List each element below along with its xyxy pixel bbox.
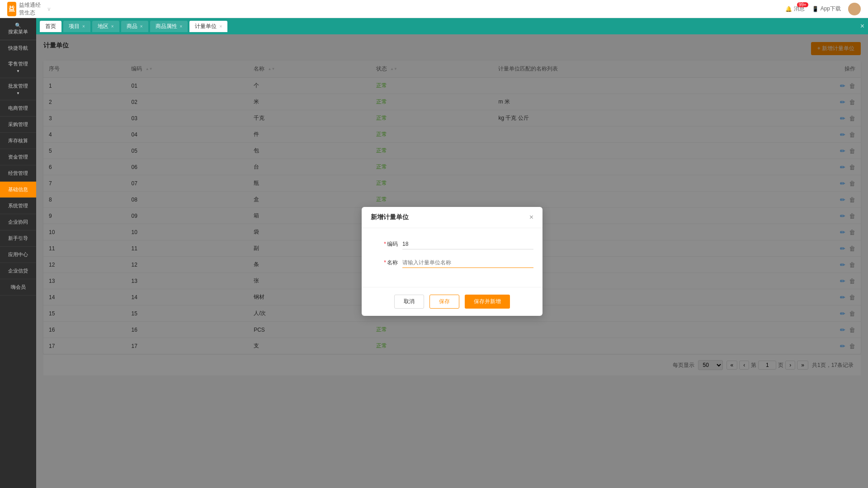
tab-close-icon[interactable]: × [180, 24, 183, 29]
modal-header: 新增计量单位 × [362, 207, 542, 228]
chevron-down-icon: ▼ [16, 69, 20, 73]
top-bar-right: 🔔 消息 99+ 📱 App下载 [785, 3, 861, 15]
main-layout: 🔍 搜索菜单 快捷导航 零售管理 ▼ 批发管理 ▼ 电商管理 采购管理 库存核算 [0, 18, 868, 488]
sidebar-item-label: 企业协同 [8, 219, 28, 225]
sidebar-item-system[interactable]: 系统管理 [0, 198, 36, 214]
tab-label: 项目 [69, 23, 80, 30]
tab-home[interactable]: 首页 [40, 21, 61, 32]
sidebar-item-label: 批发管理 [8, 83, 28, 89]
sidebar-item-retail[interactable]: 零售管理 ▼ [0, 56, 36, 78]
tab-region[interactable]: 地区 × [92, 21, 119, 32]
tab-label: 商品 [127, 23, 137, 30]
search-icon: 🔍 [4, 23, 33, 28]
sidebar-item-label: 零售管理 [8, 61, 28, 67]
tab-close-icon[interactable]: × [140, 24, 143, 29]
content-area: 首页 项目 × 地区 × 商品 × 商品属性 × [36, 18, 868, 488]
tab-bar: 首页 项目 × 地区 × 商品 × 商品属性 × [36, 18, 868, 34]
modal-overlay: 新增计量单位 × 编码 名称 [36, 34, 868, 488]
app-download-label: App下载 [821, 5, 841, 13]
tab-label: 首页 [45, 23, 56, 30]
sidebar-item-label: 应用中心 [8, 251, 28, 258]
sidebar-item-label: 基础信息 [8, 186, 28, 193]
form-item-code: 编码 [371, 239, 533, 249]
app-wrapper: 益 益维通经营生态 ∨ 🔔 消息 99+ 📱 App下载 🔍 搜索菜单 [0, 0, 868, 488]
modal-close-button[interactable]: × [529, 214, 533, 221]
sidebar-item-company-credit[interactable]: 企业信贷 [0, 263, 36, 279]
sidebar-item-label: 新手引导 [8, 235, 28, 242]
sidebar-item-inventory[interactable]: 库存核算 [0, 133, 36, 149]
sidebar-search[interactable]: 🔍 搜索菜单 [0, 18, 36, 40]
tab-label: 商品属性 [156, 23, 177, 30]
chevron-down-icon: ▼ [16, 91, 20, 95]
tab-label: 计量单位 [195, 23, 217, 30]
sidebar-item-label: 资金管理 [8, 154, 28, 160]
logo-area: 益 益维通经营生态 [7, 1, 43, 17]
code-input[interactable] [402, 239, 533, 249]
save-and-new-button[interactable]: 保存并新增 [465, 295, 510, 309]
save-button[interactable]: 保存 [429, 295, 459, 309]
sidebar-item-basic-info[interactable]: 基础信息 [0, 182, 36, 198]
add-unit-modal: 新增计量单位 × 编码 名称 [362, 207, 542, 316]
sidebar-item-purchase[interactable]: 采购管理 [0, 117, 36, 133]
sidebar-item-label: 电商管理 [8, 105, 28, 112]
avatar[interactable] [848, 3, 861, 15]
sidebar-item-partner[interactable]: 企业协同 [0, 214, 36, 230]
sidebar-item-ecommerce[interactable]: 电商管理 [0, 100, 36, 117]
sidebar-item-label: 经营管理 [8, 170, 28, 177]
sidebar-item-new-guide[interactable]: 新手引导 [0, 230, 36, 247]
app-download-button[interactable]: 📱 App下载 [812, 5, 841, 13]
sidebar-quick-nav[interactable]: 快捷导航 [0, 40, 36, 56]
name-input[interactable] [402, 258, 533, 268]
top-bar: 益 益维通经营生态 ∨ 🔔 消息 99+ 📱 App下载 [0, 0, 868, 18]
sidebar: 🔍 搜索菜单 快捷导航 零售管理 ▼ 批发管理 ▼ 电商管理 采购管理 库存核算 [0, 18, 36, 488]
sidebar-item-finance[interactable]: 资金管理 [0, 149, 36, 165]
search-label: 搜索菜单 [4, 28, 33, 35]
sidebar-item-label: 采购管理 [8, 121, 28, 128]
tab-close-icon[interactable]: × [111, 24, 114, 29]
sidebar-item-label: 系统管理 [8, 202, 28, 209]
bell-icon: 🔔 [785, 6, 792, 12]
tab-label: 地区 [98, 23, 108, 30]
sidebar-item-membership[interactable]: 嗨会员 [0, 279, 36, 296]
close-all-tabs-button[interactable]: × [860, 22, 864, 30]
tab-close-icon[interactable]: × [82, 24, 85, 29]
sidebar-item-label: 嗨会员 [11, 284, 26, 291]
logo-text: 益维通经营生态 [19, 1, 43, 17]
modal-footer: 取消 保存 保存并新增 [362, 287, 542, 316]
name-label: 名称 [371, 259, 398, 267]
sidebar-item-label: 库存核算 [8, 137, 28, 144]
breadcrumb-separator: ∨ [47, 6, 51, 12]
tab-project[interactable]: 项目 × [63, 21, 90, 32]
sidebar-item-wholesale[interactable]: 批发管理 ▼ [0, 78, 36, 100]
code-label: 编码 [371, 240, 398, 248]
tab-unit[interactable]: 计量单位 × [189, 21, 227, 32]
sidebar-item-app-center[interactable]: 应用中心 [0, 247, 36, 263]
modal-body: 编码 名称 [362, 228, 542, 287]
tab-goods-attr[interactable]: 商品属性 × [150, 21, 188, 32]
logo-icon: 益 [7, 2, 16, 16]
top-bar-left: 益 益维通经营生态 ∨ [7, 1, 51, 17]
notice-badge: 99+ [797, 2, 808, 7]
phone-icon: 📱 [812, 6, 819, 12]
sidebar-item-label: 企业信贷 [8, 267, 28, 274]
tab-close-icon[interactable]: × [219, 24, 222, 29]
cancel-button[interactable]: 取消 [394, 295, 424, 309]
modal-title: 新增计量单位 [371, 213, 409, 221]
sidebar-item-operation[interactable]: 经营管理 [0, 165, 36, 182]
notice-button[interactable]: 🔔 消息 99+ [785, 5, 805, 13]
form-item-name: 名称 [371, 258, 533, 268]
tab-goods[interactable]: 商品 × [121, 21, 148, 32]
main-content: 计量单位 + 新增计量单位 序号 编码 ▲▼ [36, 34, 868, 488]
